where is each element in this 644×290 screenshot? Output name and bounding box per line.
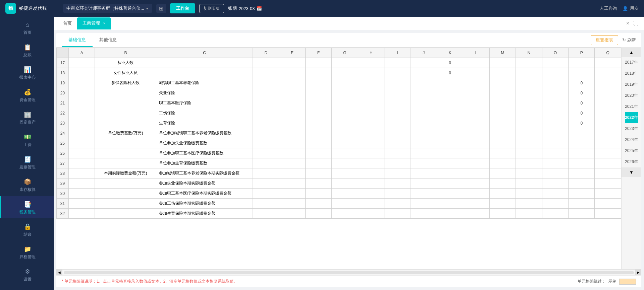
data-cell[interactable] [384, 189, 411, 199]
data-cell[interactable] [569, 209, 595, 219]
data-cell[interactable] [463, 189, 489, 199]
data-cell[interactable]: 0 [437, 68, 463, 78]
cell-a[interactable] [69, 199, 95, 209]
data-cell[interactable] [332, 158, 358, 168]
data-cell[interactable] [411, 199, 437, 209]
data-cell[interactable] [332, 199, 358, 209]
data-cell[interactable] [516, 168, 542, 178]
year-item[interactable]: 2021年 [625, 101, 638, 112]
cell-c[interactable]: 参加工伤保险本期实际缴费金额 [156, 199, 253, 209]
cell-a[interactable] [69, 178, 95, 189]
sidebar-item-close[interactable]: 🔒 结账 [0, 218, 54, 241]
data-cell[interactable] [305, 78, 331, 88]
data-cell[interactable]: 0 [569, 78, 595, 88]
data-cell[interactable] [437, 98, 463, 108]
data-cell[interactable] [542, 108, 568, 118]
reset-report-button[interactable]: 重置报表 [591, 35, 618, 45]
data-cell[interactable] [384, 199, 411, 209]
sidebar-item-home[interactable]: ⌂ 首页 [0, 17, 54, 39]
data-cell[interactable] [253, 148, 279, 158]
cell-b[interactable] [95, 189, 156, 199]
data-cell[interactable] [305, 68, 331, 78]
data-cell[interactable] [437, 148, 463, 158]
data-cell[interactable] [384, 148, 411, 158]
data-cell[interactable] [358, 189, 384, 199]
data-cell[interactable] [569, 199, 595, 209]
data-cell[interactable] [437, 78, 463, 88]
cell-c[interactable]: 单位参加生育保险缴费基数 [156, 158, 253, 168]
data-cell[interactable] [332, 168, 358, 178]
data-cell[interactable] [384, 88, 411, 98]
expand-icon[interactable]: ⛶ [633, 20, 639, 26]
data-cell[interactable] [595, 199, 621, 209]
data-cell[interactable] [437, 189, 463, 199]
data-cell[interactable] [358, 108, 384, 118]
sidebar-item-tax[interactable]: 📑 税务管理 [0, 196, 54, 218]
cell-c[interactable] [156, 68, 253, 78]
data-cell[interactable] [569, 178, 595, 189]
data-cell[interactable] [411, 209, 437, 219]
cell-a[interactable] [69, 88, 95, 98]
data-cell[interactable] [516, 178, 542, 189]
data-cell[interactable] [489, 189, 516, 199]
cell-b[interactable] [95, 178, 156, 189]
data-cell[interactable] [384, 138, 411, 148]
copy-button[interactable]: ⊞ [156, 4, 166, 13]
data-cell[interactable] [463, 88, 489, 98]
cell-a[interactable] [69, 98, 95, 108]
year-item[interactable]: 2026年 [625, 156, 638, 167]
data-cell[interactable] [279, 58, 305, 68]
data-cell[interactable] [489, 68, 516, 78]
cell-b[interactable]: 参保各险种人数 [95, 78, 156, 88]
data-cell[interactable] [384, 98, 411, 108]
data-cell[interactable] [463, 138, 489, 148]
cell-c[interactable] [156, 58, 253, 68]
data-cell[interactable] [595, 88, 621, 98]
data-cell[interactable] [253, 138, 279, 148]
data-cell[interactable] [305, 168, 331, 178]
data-cell[interactable] [463, 78, 489, 88]
data-cell[interactable] [279, 98, 305, 108]
data-cell[interactable] [595, 128, 621, 138]
data-cell[interactable] [437, 209, 463, 219]
data-cell[interactable] [463, 168, 489, 178]
data-cell[interactable] [516, 138, 542, 148]
cell-c[interactable]: 单位参加城镇职工基本养老保险缴费基数 [156, 128, 253, 138]
data-cell[interactable] [542, 58, 568, 68]
data-cell[interactable]: 0 [569, 118, 595, 128]
cell-b[interactable] [95, 138, 156, 148]
data-cell[interactable] [542, 118, 568, 128]
data-cell[interactable] [384, 209, 411, 219]
sidebar-item-payroll[interactable]: 💵 工资 [0, 129, 54, 151]
data-cell[interactable] [384, 68, 411, 78]
data-cell[interactable] [253, 78, 279, 88]
data-cell[interactable] [411, 128, 437, 138]
cell-c[interactable]: 单位参加失业保险缴费基数 [156, 138, 253, 148]
data-cell[interactable] [305, 128, 331, 138]
hscroll-track[interactable] [64, 271, 634, 274]
company-selector[interactable]: 中审众环会计师事务所（特殊普通合伙... ▼ [63, 4, 152, 13]
data-cell[interactable] [332, 178, 358, 189]
hscroll-right-button[interactable]: ▶ [635, 270, 641, 276]
data-cell[interactable] [595, 118, 621, 128]
data-cell[interactable] [358, 98, 384, 108]
data-cell[interactable]: 0 [569, 98, 595, 108]
data-cell[interactable] [516, 209, 542, 219]
data-cell[interactable] [305, 199, 331, 209]
data-cell[interactable] [358, 148, 384, 158]
data-cell[interactable] [358, 178, 384, 189]
data-cell[interactable] [358, 209, 384, 219]
data-cell[interactable] [279, 138, 305, 148]
cell-b[interactable] [95, 108, 156, 118]
workbench-button[interactable]: 工作台 [170, 3, 195, 13]
sidebar-item-inventory[interactable]: 📦 库存核算 [0, 173, 54, 196]
cell-a[interactable] [69, 158, 95, 168]
tab-close-icon[interactable]: × [103, 21, 105, 25]
data-cell[interactable] [463, 178, 489, 189]
data-cell[interactable] [437, 138, 463, 148]
data-cell[interactable] [279, 78, 305, 88]
data-cell[interactable] [516, 88, 542, 98]
data-cell[interactable] [253, 58, 279, 68]
data-cell[interactable] [542, 168, 568, 178]
data-cell[interactable] [516, 199, 542, 209]
